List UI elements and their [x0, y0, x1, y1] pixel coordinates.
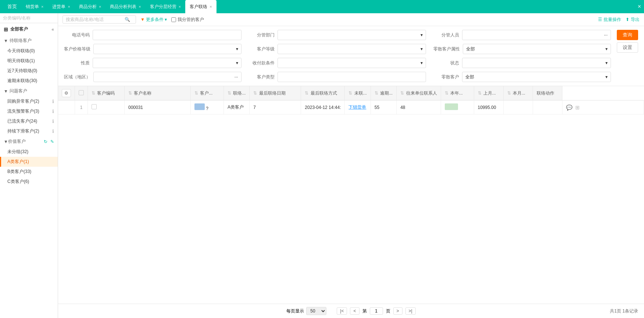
- th-name[interactable]: ⇅ 客户名称: [125, 86, 191, 100]
- th-last-date[interactable]: ⇅ 最后联络日期: [250, 86, 301, 100]
- th-uncontacted-label: 未联...: [354, 91, 367, 96]
- sort-icon-code: ⇅: [92, 91, 95, 96]
- search-input[interactable]: [66, 17, 125, 22]
- pagination: 每页显示 50 100 |< < 第 页 > >| 共1页 1条记录: [58, 304, 644, 318]
- nav-tab-sales-close[interactable]: ×: [41, 4, 43, 9]
- chat-action-icon[interactable]: 💬: [566, 105, 572, 110]
- filter-payment-select[interactable]: ▾: [278, 58, 426, 68]
- sidebar-search-wrap: 🔍: [0, 13, 58, 23]
- sidebar-section-value[interactable]: ▼ 价值客户 ↻ ✎: [0, 136, 58, 147]
- th-current-month[interactable]: ⇅ 本月...: [503, 86, 533, 100]
- filter-status-select[interactable]: ▾: [462, 58, 611, 68]
- filter-phone-input[interactable]: [93, 30, 242, 40]
- th-contact-count[interactable]: ⇅ 联络...: [224, 86, 250, 100]
- refresh-icon[interactable]: ↻: [44, 139, 47, 144]
- search-icon[interactable]: 🔍: [125, 17, 130, 22]
- nav-tab-customer-contact-close[interactable]: ×: [210, 4, 212, 9]
- grid-action-icon[interactable]: ⊞: [575, 105, 580, 110]
- sidebar-item-ungroup[interactable]: 未分组(32): [0, 147, 58, 157]
- th-contact-person[interactable]: ⇅ 往来单位联系人: [397, 86, 441, 100]
- nav-tab-customer-tier[interactable]: 客户分层经营 ×: [146, 0, 185, 13]
- th-current-year[interactable]: ⇅ 本年...: [441, 86, 474, 100]
- nav-tab-analysis[interactable]: 商品分析 ×: [75, 0, 105, 13]
- nav-home[interactable]: 首页: [3, 3, 21, 10]
- table-row: 1 000031 ? A类客户 7 2023-04-12 14:44:: [58, 100, 644, 114]
- prev-page-btn[interactable]: <: [350, 307, 359, 315]
- nav-tab-sales[interactable]: 销货单 ×: [21, 0, 48, 13]
- nav-tab-analysis-list[interactable]: 商品分析列表 ×: [105, 0, 145, 13]
- th-last-method[interactable]: ⇅ 最后联络方式: [301, 86, 345, 100]
- filter-customer-level-select[interactable]: ▾: [278, 44, 426, 54]
- my-customers-checkbox[interactable]: 我分管的客户: [171, 17, 204, 23]
- page-label: 第: [362, 308, 367, 314]
- sidebar-collapse-icon[interactable]: «: [51, 27, 54, 32]
- person-dots-icon: ···: [604, 32, 608, 38]
- nav-tab-purchase[interactable]: 进货单 ×: [48, 0, 74, 13]
- filter-nature-label: 性质: [64, 60, 90, 66]
- nav-tab-customer-contact[interactable]: 客户联络 ×: [185, 0, 216, 13]
- sidebar-item-declining[interactable]: 持续下滑客户(2) ℹ: [0, 126, 58, 136]
- sidebar-item-churn-warning[interactable]: 流失预警客户(3) ℹ: [0, 106, 58, 116]
- table-gear-button[interactable]: ⚙: [62, 89, 71, 97]
- th-uncontacted[interactable]: ⇅ 未联...: [345, 86, 371, 100]
- sidebar-item-repurchase[interactable]: 回购异常客户(2) ℹ: [0, 96, 58, 106]
- sidebar-item-churned[interactable]: 已流失客户(24) ℹ: [0, 116, 58, 126]
- sidebar-item-a-class[interactable]: A类客户(1): [0, 157, 58, 167]
- settings-button[interactable]: 设置: [617, 42, 638, 53]
- filter-person: 分管人员 ···: [433, 30, 611, 40]
- filter-person-select[interactable]: ···: [462, 30, 611, 40]
- last-method-link[interactable]: 下销货单: [348, 105, 366, 110]
- sidebar-search-input[interactable]: [3, 15, 58, 21]
- sidebar-item-7days[interactable]: 近7天待联络(0): [0, 66, 58, 76]
- sidebar-item-tomorrow[interactable]: 明天待联络(1): [0, 56, 58, 66]
- select-all-checkbox[interactable]: [79, 90, 84, 95]
- more-filter-btn[interactable]: ▼ 更多条件 ▾: [140, 17, 167, 23]
- page-size-select[interactable]: 50 100: [306, 307, 326, 315]
- sidebar-item-overdue[interactable]: 逾期未联络(30): [0, 76, 58, 86]
- sidebar-all-customers[interactable]: ⊞ 全部客户 «: [0, 23, 58, 35]
- filter-price-level-label: 客户价格等级: [64, 46, 90, 52]
- row-checkbox[interactable]: [92, 104, 97, 109]
- td-current-year: 10995.00: [474, 100, 503, 114]
- filter-retail-attr-select[interactable]: 全部 ▾: [463, 44, 611, 54]
- batch-op-btn[interactable]: ☰ 批量操作: [598, 17, 621, 23]
- filter-retail-customer-select[interactable]: 全部 ▾: [462, 72, 611, 82]
- window-close-button[interactable]: ×: [638, 3, 641, 10]
- region-dots: ···: [235, 74, 238, 80]
- th-level-label: 客户...: [200, 91, 212, 96]
- filter-price-level-select[interactable]: ▾: [93, 44, 242, 54]
- sidebar-section-problem[interactable]: ▼ 问题客户: [0, 86, 58, 96]
- filter-customer-type-input[interactable]: [278, 72, 426, 82]
- batch-icon: ☰: [598, 17, 602, 22]
- customer-level-arrow: ▾: [421, 46, 423, 52]
- next-page-btn[interactable]: >: [393, 307, 402, 315]
- nav-tab-purchase-close[interactable]: ×: [68, 4, 70, 9]
- sidebar-section-pending-label: 待联络客户: [10, 38, 32, 44]
- nav-tab-analysis-close[interactable]: ×: [99, 4, 101, 9]
- first-page-btn[interactable]: |<: [337, 307, 347, 315]
- th-code[interactable]: ⇅ 客户编码: [88, 86, 125, 100]
- retail-attr-value: 全部: [466, 46, 475, 52]
- filter-region-select[interactable]: ···: [93, 72, 242, 82]
- sort-icon-level: ⇅: [194, 91, 198, 96]
- nav-tab-analysis-list-close[interactable]: ×: [139, 4, 141, 9]
- page-input[interactable]: [370, 307, 383, 315]
- td-level: A类客户: [224, 100, 250, 114]
- sidebar-section-pending[interactable]: ▼ 待联络客户: [0, 35, 58, 46]
- export-btn[interactable]: ⬆ 导出: [626, 17, 640, 23]
- filter-dept-select[interactable]: ▾: [278, 30, 426, 40]
- sidebar-item-c-class[interactable]: C类客户(6): [0, 177, 58, 187]
- filter-status: 状态 ▾: [433, 58, 611, 68]
- last-page-btn[interactable]: >|: [405, 307, 416, 315]
- filter-nature-select[interactable]: ▾: [93, 58, 242, 68]
- edit-icon[interactable]: ✎: [50, 139, 54, 144]
- th-overdue[interactable]: ⇅ 逾期...: [371, 86, 396, 100]
- th-level[interactable]: ⇅ 客户...: [191, 86, 224, 100]
- nav-tab-customer-tier-close[interactable]: ×: [179, 4, 181, 9]
- sidebar-item-today[interactable]: 今天待联络(0): [0, 46, 58, 56]
- filter-customer-level: 客户等级 ▾: [249, 44, 426, 54]
- sidebar-item-b-class[interactable]: B类客户(33): [0, 167, 58, 177]
- my-customers-check[interactable]: [171, 17, 176, 22]
- th-last-month[interactable]: ⇅ 上月...: [474, 86, 503, 100]
- query-button[interactable]: 查询: [617, 30, 638, 40]
